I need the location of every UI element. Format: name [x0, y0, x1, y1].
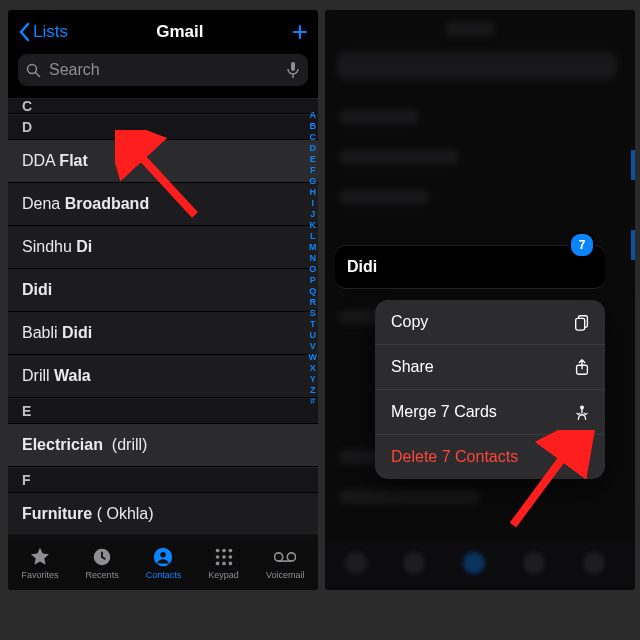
menu-copy[interactable]: Copy: [375, 300, 605, 345]
back-label: Lists: [33, 22, 68, 42]
copy-icon: [573, 313, 591, 331]
menu-share[interactable]: Share: [375, 345, 605, 390]
navigation-bar: Lists Gmail +: [8, 10, 318, 54]
index-letter[interactable]: W: [309, 352, 318, 363]
tab-bar: Favorites Recents Contacts Keypad: [8, 533, 318, 590]
voicemail-icon: [274, 546, 296, 568]
merge-icon: [573, 403, 591, 421]
section-header-f: F: [8, 467, 318, 493]
contacts-list[interactable]: C D DDA Flat Dena Broadband Sindhu Di Di…: [8, 98, 318, 540]
svg-point-14: [222, 562, 226, 566]
index-letter[interactable]: M: [309, 242, 317, 253]
tab-favorites[interactable]: Favorites: [22, 546, 59, 580]
contacts-list-screen: Lists Gmail + C D DDA Flat Dena Broadban…: [8, 10, 318, 590]
section-header-d: D: [8, 114, 318, 140]
contact-row[interactable]: Didi: [8, 269, 318, 312]
svg-point-10: [215, 555, 219, 559]
index-letter[interactable]: L: [310, 231, 316, 242]
add-contact-button[interactable]: +: [292, 18, 308, 46]
contact-row[interactable]: Electrician (drill): [8, 424, 318, 467]
menu-merge[interactable]: Merge 7 Cards: [375, 390, 605, 435]
index-letter[interactable]: E: [310, 154, 316, 165]
index-letter[interactable]: B: [310, 121, 317, 132]
dictation-icon[interactable]: [286, 61, 300, 79]
index-letter[interactable]: H: [310, 187, 317, 198]
context-menu: Copy Share Merge 7 Cards Delete 7 Contac…: [375, 300, 605, 479]
index-letter[interactable]: U: [310, 330, 317, 341]
contact-row[interactable]: Furniture ( Okhla): [8, 493, 318, 536]
index-letter[interactable]: V: [310, 341, 316, 352]
tab-voicemail[interactable]: Voicemail: [266, 546, 305, 580]
contact-row[interactable]: Dena Broadband: [8, 183, 318, 226]
keypad-icon: [213, 546, 235, 568]
index-letter[interactable]: F: [310, 165, 316, 176]
svg-line-1: [36, 72, 40, 76]
contact-row[interactable]: Babli Didi: [8, 312, 318, 355]
section-header-c: C: [8, 98, 318, 114]
index-letter[interactable]: P: [310, 275, 316, 286]
selection-count-badge: 7: [569, 232, 595, 258]
svg-point-9: [228, 549, 232, 553]
back-button[interactable]: Lists: [18, 22, 68, 42]
svg-point-11: [222, 555, 226, 559]
index-letter[interactable]: R: [310, 297, 317, 308]
svg-point-8: [222, 549, 226, 553]
index-letter[interactable]: #: [310, 396, 315, 407]
contact-row[interactable]: Drill Wala: [8, 355, 318, 398]
trash-icon: [573, 448, 591, 466]
star-icon: [29, 546, 51, 568]
svg-point-6: [161, 552, 167, 558]
svg-point-7: [215, 549, 219, 553]
page-title: Gmail: [156, 22, 203, 42]
context-menu-screen: Didi 7 Copy Share Merge 7 Cards Delete 7…: [325, 10, 635, 590]
clock-icon: [91, 546, 113, 568]
index-letter[interactable]: X: [310, 363, 316, 374]
selected-contact-preview[interactable]: Didi 7: [335, 245, 605, 289]
index-letter[interactable]: Z: [310, 385, 316, 396]
svg-point-13: [215, 562, 219, 566]
index-letter[interactable]: O: [309, 264, 316, 275]
search-bar: [8, 54, 318, 94]
search-icon: [26, 63, 41, 78]
svg-point-17: [287, 553, 295, 561]
svg-rect-2: [291, 62, 295, 71]
alphabet-index[interactable]: ABCDEFGHIJKLMNOPQRSTUVWXYZ#: [309, 110, 318, 407]
svg-rect-20: [576, 318, 585, 330]
index-letter[interactable]: A: [310, 110, 317, 121]
index-letter[interactable]: Y: [310, 374, 316, 385]
person-circle-icon: [152, 546, 174, 568]
selected-contact-name: Didi: [347, 258, 377, 276]
search-field-wrap[interactable]: [18, 54, 308, 86]
svg-point-12: [228, 555, 232, 559]
chevron-left-icon: [18, 22, 30, 42]
svg-point-0: [28, 64, 37, 73]
index-letter[interactable]: T: [310, 319, 316, 330]
svg-point-15: [228, 562, 232, 566]
search-input[interactable]: [47, 60, 280, 80]
menu-delete[interactable]: Delete 7 Contacts: [375, 435, 605, 479]
index-letter[interactable]: S: [310, 308, 316, 319]
index-letter[interactable]: D: [310, 143, 317, 154]
svg-point-16: [275, 553, 283, 561]
contact-row[interactable]: DDA Flat: [8, 140, 318, 183]
tab-recents[interactable]: Recents: [86, 546, 119, 580]
contact-row[interactable]: Sindhu Di: [8, 226, 318, 269]
index-letter[interactable]: I: [311, 198, 314, 209]
tab-contacts[interactable]: Contacts: [146, 546, 182, 580]
index-letter[interactable]: Q: [309, 286, 316, 297]
index-letter[interactable]: G: [309, 176, 316, 187]
index-letter[interactable]: N: [310, 253, 317, 264]
index-letter[interactable]: C: [310, 132, 317, 143]
index-letter[interactable]: K: [310, 220, 317, 231]
share-icon: [573, 358, 591, 376]
section-header-e: E: [8, 398, 318, 424]
tab-keypad[interactable]: Keypad: [208, 546, 239, 580]
index-letter[interactable]: J: [310, 209, 315, 220]
